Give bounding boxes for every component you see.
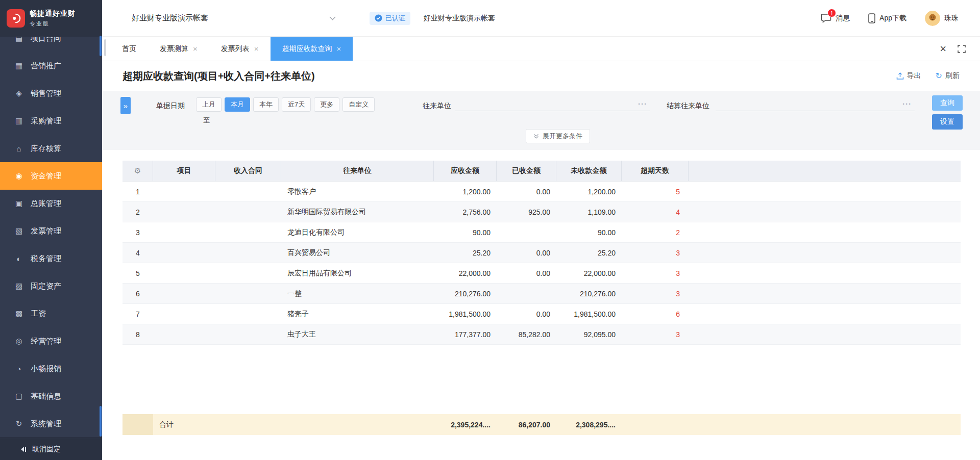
page-header-actions: 导出 ↻ 刷新 bbox=[896, 71, 980, 81]
cell-contract bbox=[215, 284, 281, 303]
cell-row-number: 8 bbox=[122, 324, 153, 344]
cell-overdue-days: 3 bbox=[622, 263, 689, 283]
date-preset-this-month[interactable]: 本月 bbox=[225, 97, 250, 112]
expand-more-conditions-label: 展开更多条件 bbox=[543, 132, 582, 141]
cell-project bbox=[153, 263, 215, 283]
table-row-2[interactable]: 2新华明国际贸易有限公司2,756.00925.001,109.004 bbox=[122, 202, 961, 222]
close-tab-button[interactable]: × bbox=[940, 43, 946, 55]
ledger-icon: ▣ bbox=[14, 199, 24, 208]
sidebar-item-reimburse[interactable]: ◔小畅报销 bbox=[0, 355, 102, 382]
partner-more-icon[interactable]: ··· bbox=[638, 99, 647, 108]
column-header-unreceived[interactable]: 未收款金额 bbox=[556, 161, 622, 181]
table-row-5[interactable]: 5辰宏日用品有限公司22,000.000.0022,000.003 bbox=[122, 263, 961, 284]
cell-received: 0.00 bbox=[497, 263, 556, 283]
tab-invoice-list[interactable]: 发票列表× bbox=[209, 37, 271, 61]
total-unreceived: 2,308,295.... bbox=[556, 414, 622, 435]
table-row-8[interactable]: 8虫子大王177,377.0085,282.0092,095.003 bbox=[122, 324, 961, 345]
date-preset-last-month[interactable]: 上月 bbox=[196, 97, 222, 112]
total-contract bbox=[215, 414, 281, 435]
sidebar-item-label: 工资 bbox=[31, 309, 46, 319]
user-name: 珠珠 bbox=[944, 14, 959, 23]
assets-icon: ▨ bbox=[14, 282, 24, 291]
column-header-receivable[interactable]: 应收金额 bbox=[434, 161, 497, 181]
sidebar-item-label: 营销推广 bbox=[31, 61, 61, 71]
sidebar-item-label: 销售管理 bbox=[31, 89, 61, 98]
sidebar-item-invoice[interactable]: ▧发票管理 bbox=[0, 217, 102, 245]
content-area: ⚙项目收入合同往来单位应收金额已收金额未收款金额超期天数 1零散客户1,200.… bbox=[102, 150, 980, 460]
tab-home[interactable]: 首页 bbox=[110, 37, 148, 61]
sidebar-item-inventory[interactable]: ⌂库存核算 bbox=[0, 135, 102, 162]
settings-button[interactable]: 设置 bbox=[932, 114, 963, 130]
column-header-contract[interactable]: 收入合同 bbox=[215, 161, 281, 181]
tab-invoice-calc[interactable]: 发票测算× bbox=[148, 37, 209, 61]
account-selector[interactable]: 好业财专业版演示帐套 bbox=[132, 13, 336, 23]
sidebar-item-payroll[interactable]: ▩工资 bbox=[0, 300, 102, 327]
tab-close-icon[interactable]: × bbox=[337, 44, 341, 53]
cell-filler bbox=[689, 304, 961, 324]
date-preset-custom[interactable]: 自定义 bbox=[342, 97, 375, 112]
sidebar-item-marketing[interactable]: ▦营销推广 bbox=[0, 52, 102, 80]
tab-scrollbar-thumb[interactable] bbox=[104, 39, 106, 56]
sidebar-scrollbar-thumb-top[interactable] bbox=[100, 36, 102, 56]
column-header-overdue[interactable]: 超期天数 bbox=[622, 161, 689, 181]
table-row-4[interactable]: 4百兴贸易公司25.200.0025.203 bbox=[122, 243, 961, 263]
sidebar-item-sales[interactable]: ◈销售管理 bbox=[0, 80, 102, 107]
total-filler bbox=[689, 414, 961, 435]
user-menu[interactable]: 珠珠 bbox=[925, 11, 959, 26]
app-logo-icon bbox=[7, 9, 25, 28]
sales-icon: ◈ bbox=[14, 89, 24, 98]
expand-more-conditions-button[interactable]: 展开更多条件 bbox=[526, 129, 590, 143]
operations-icon: ◎ bbox=[14, 337, 24, 346]
sidebar-item-general-ledger[interactable]: ▣总账管理 bbox=[0, 190, 102, 217]
table-row-7[interactable]: 7猪壳子1,981,500.000.001,981,500.006 bbox=[122, 304, 961, 324]
collapse-filter-button[interactable]: » bbox=[120, 97, 131, 114]
date-preset-last-7-days[interactable]: 近7天 bbox=[282, 97, 311, 112]
sidebar-item-funds[interactable]: ◉资金管理 bbox=[0, 162, 102, 190]
date-to-label: 至 bbox=[203, 116, 210, 125]
tab-overdue-receivables[interactable]: 超期应收款查询× bbox=[271, 37, 353, 61]
table-row-6[interactable]: 6一整210,276.00210,276.003 bbox=[122, 284, 961, 304]
tab-bar-actions: × bbox=[940, 37, 980, 61]
sidebar-item-fixed-assets[interactable]: ▨固定资产 bbox=[0, 272, 102, 300]
certified-icon bbox=[375, 14, 382, 22]
sidebar-item-purchase[interactable]: ▥采购管理 bbox=[0, 107, 102, 135]
cell-received bbox=[497, 222, 556, 242]
messages-button[interactable]: 1 消息 bbox=[821, 13, 850, 23]
unpin-sidebar-button[interactable]: 取消固定 bbox=[0, 438, 102, 460]
fullscreen-icon bbox=[958, 45, 966, 53]
date-preset-more[interactable]: 更多 bbox=[314, 97, 339, 112]
column-header-partner[interactable]: 往来单位 bbox=[281, 161, 434, 181]
refresh-button[interactable]: ↻ 刷新 bbox=[936, 71, 960, 81]
table-row-3[interactable]: 3龙迪日化有限公司90.0090.002 bbox=[122, 222, 961, 243]
settle-partner-more-icon[interactable]: ··· bbox=[902, 99, 912, 108]
tab-close-icon[interactable]: × bbox=[254, 44, 259, 53]
page-header: 超期应收款查询(项目+收入合同+往来单位) 导出 ↻ 刷新 bbox=[102, 61, 980, 91]
sidebar-item-tax[interactable]: ◐税务管理 bbox=[0, 245, 102, 272]
date-preset-this-year[interactable]: 本年 bbox=[253, 97, 279, 112]
cell-row-number: 5 bbox=[122, 263, 153, 283]
sidebar-item-operations[interactable]: ◎经营管理 bbox=[0, 327, 102, 355]
sidebar-item-system[interactable]: ↻系统管理 bbox=[0, 410, 102, 438]
fullscreen-button[interactable] bbox=[958, 45, 966, 53]
cell-filler bbox=[689, 222, 961, 242]
partner-filter-label: 往来单位 bbox=[423, 101, 451, 111]
cell-partner: 猪壳子 bbox=[281, 304, 434, 324]
cell-project bbox=[153, 324, 215, 344]
cell-contract bbox=[215, 182, 281, 201]
query-button[interactable]: 查询 bbox=[932, 95, 963, 111]
export-button[interactable]: 导出 bbox=[896, 71, 921, 81]
cell-received: 85,282.00 bbox=[497, 324, 556, 344]
column-header-received[interactable]: 已收金额 bbox=[497, 161, 556, 181]
funds-icon: ◉ bbox=[14, 171, 24, 181]
cell-received: 0.00 bbox=[497, 182, 556, 201]
column-header-project[interactable]: 项目 bbox=[153, 161, 215, 181]
settle-partner-input[interactable]: ··· bbox=[716, 97, 915, 111]
sidebar-item-project-contract[interactable]: ▤项目合同 bbox=[0, 37, 102, 52]
column-settings-gear-icon[interactable]: ⚙ bbox=[122, 161, 153, 181]
sidebar-scrollbar-thumb-bottom[interactable] bbox=[100, 406, 102, 437]
app-download-button[interactable]: App下载 bbox=[868, 13, 906, 23]
tab-close-icon[interactable]: × bbox=[193, 44, 198, 53]
table-row-1[interactable]: 1零散客户1,200.000.001,200.005 bbox=[122, 182, 961, 202]
partner-input[interactable]: ··· bbox=[455, 97, 650, 111]
sidebar-item-base-info[interactable]: ▢基础信息 bbox=[0, 382, 102, 410]
